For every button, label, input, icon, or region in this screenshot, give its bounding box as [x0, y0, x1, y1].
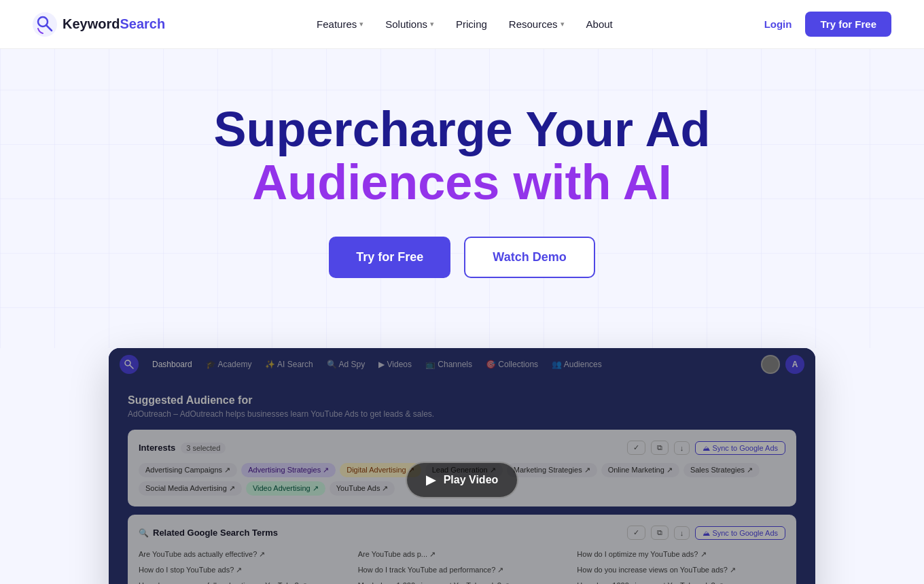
play-video-label: Play Video	[444, 474, 499, 486]
try-for-free-nav-button[interactable]: Try for Free	[805, 12, 891, 37]
nav-actions: Login Try for Free	[764, 12, 891, 37]
navbar: KeywordSearch Features ▾ Solutions ▾ Pri…	[0, 0, 924, 49]
nav-about[interactable]: About	[586, 18, 613, 30]
watch-demo-button[interactable]: Watch Demo	[464, 237, 594, 278]
try-for-free-hero-button[interactable]: Try for Free	[329, 237, 450, 278]
logo-text: KeywordSearch	[63, 16, 165, 32]
video-overlay: ▶ Play Video	[109, 348, 815, 584]
hero-headline: Supercharge Your Ad Audiences with AI	[156, 103, 768, 209]
nav-features[interactable]: Features ▾	[317, 18, 363, 30]
hero-buttons: Try for Free Watch Demo	[16, 237, 908, 278]
nav-links: Features ▾ Solutions ▾ Pricing Resources…	[317, 18, 613, 30]
hero-section: Supercharge Your Ad Audiences with AI Tr…	[0, 49, 924, 348]
login-button[interactable]: Login	[764, 18, 792, 30]
chevron-down-icon: ▾	[430, 20, 434, 29]
play-video-button[interactable]: ▶ Play Video	[406, 462, 519, 498]
nav-pricing[interactable]: Pricing	[456, 18, 487, 30]
logo-icon	[33, 12, 57, 37]
app-preview: Dashboard 🎓 Academy ✨ AI Search 🔍 Ad Spy…	[109, 348, 815, 584]
nav-solutions[interactable]: Solutions ▾	[385, 18, 434, 30]
play-icon: ▶	[426, 473, 436, 487]
app-preview-wrapper: Dashboard 🎓 Academy ✨ AI Search 🔍 Ad Spy…	[0, 348, 924, 584]
nav-resources[interactable]: Resources ▾	[509, 18, 565, 30]
logo[interactable]: KeywordSearch	[33, 12, 165, 37]
chevron-down-icon: ▾	[359, 20, 363, 29]
svg-point-0	[33, 12, 57, 37]
chevron-down-icon: ▾	[561, 20, 565, 29]
